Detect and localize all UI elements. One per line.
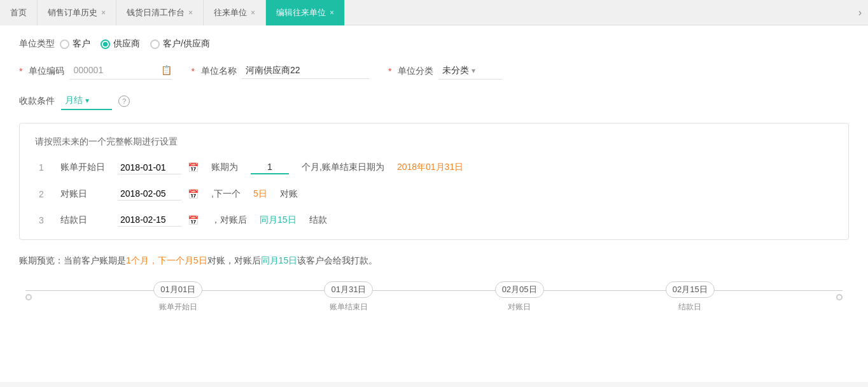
period-desc-prefix-2: ,下一个 bbox=[211, 188, 241, 200]
timeline-dot-end bbox=[836, 294, 843, 300]
period-title: 请按照未来的一个完整帐期进行设置 bbox=[35, 136, 833, 148]
timeline-label-3: 02月05日 bbox=[495, 281, 544, 298]
radio-group-unit-type: 客户 供应商 客户/供应商 bbox=[60, 38, 210, 50]
tab-scroll-arrow[interactable]: › bbox=[852, 0, 868, 25]
tab-cash-work[interactable]: 钱货日清工作台 × bbox=[116, 0, 204, 25]
timeline-spacer-3 bbox=[544, 297, 666, 297]
unit-code-label: 单位编码 bbox=[29, 66, 64, 77]
radio-circle-customer bbox=[60, 39, 69, 49]
period-field-label-3: 结款日 bbox=[60, 215, 105, 226]
period-row-2: 2 对账日 📅 ,下一个5日对账 bbox=[35, 187, 833, 201]
radio-supplier[interactable]: 供应商 bbox=[101, 38, 140, 50]
close-icon-partner[interactable]: × bbox=[251, 8, 255, 17]
unit-category-value: 未分类 bbox=[442, 65, 469, 76]
timeline-point-2: 01月31日 账单结束日 bbox=[324, 281, 373, 313]
period-row-3: 3 结款日 📅 ，对账后同月15日结款 bbox=[35, 213, 833, 227]
radio-circle-supplier bbox=[101, 39, 110, 49]
unit-name-label: 单位名称 bbox=[201, 66, 237, 77]
unit-name-field: * 单位名称 bbox=[191, 63, 368, 79]
period-middle-text-1: 账期为 bbox=[211, 162, 238, 173]
period-date-2[interactable] bbox=[118, 187, 181, 201]
radio-label-customer-supplier: 客户/供应商 bbox=[163, 38, 210, 50]
period-field-label-1: 账单开始日 bbox=[60, 162, 105, 173]
radio-label-customer: 客户 bbox=[73, 38, 90, 50]
calendar-icon-3[interactable]: 📅 bbox=[188, 215, 199, 225]
radio-circle-customer-supplier bbox=[150, 39, 160, 49]
unit-category-select[interactable]: 未分类 ▾ bbox=[438, 62, 502, 80]
tab-home[interactable]: 首页 bbox=[0, 0, 38, 25]
unit-type-row: 单位类型 客户 供应商 客户/供应商 bbox=[19, 38, 849, 50]
chevron-down-icon-payment: ▾ bbox=[85, 96, 89, 105]
payment-condition-select[interactable]: 月结 ▾ bbox=[61, 92, 112, 110]
close-icon-cash-work[interactable]: × bbox=[188, 8, 193, 17]
help-icon[interactable]: ? bbox=[118, 95, 130, 107]
unit-info-row: * 单位编码 📋 * 单位名称 * 单位分类 未分类 ▾ bbox=[19, 62, 849, 80]
period-settings-box: 请按照未来的一个完整帐期进行设置 1 账单开始日 📅 账期为 个月,账单结束日期… bbox=[19, 123, 849, 240]
radio-customer[interactable]: 客户 bbox=[60, 38, 90, 50]
preview-part2: 下一个月5日 bbox=[158, 255, 207, 265]
close-icon-sales-history[interactable]: × bbox=[101, 8, 106, 17]
unit-name-input[interactable] bbox=[242, 63, 369, 79]
main-content: 单位类型 客户 供应商 客户/供应商 * 单位编码 bbox=[0, 25, 868, 382]
timeline-caption-4: 结款日 bbox=[678, 302, 701, 313]
timeline-label-4: 02月15日 bbox=[666, 281, 715, 298]
copy-icon[interactable]: 📋 bbox=[161, 65, 172, 75]
required-star-code: * bbox=[19, 66, 22, 76]
period-desc-suffix-2: 对账 bbox=[280, 188, 298, 200]
unit-category-field: * 单位分类 未分类 ▾ bbox=[388, 62, 502, 80]
calendar-icon-2[interactable]: 📅 bbox=[188, 189, 199, 199]
timeline-line bbox=[25, 290, 843, 291]
tab-sales-history[interactable]: 销售订单历史 × bbox=[38, 0, 116, 25]
period-num-3: 3 bbox=[35, 215, 48, 225]
period-num-2: 2 bbox=[35, 189, 48, 199]
preview-part3: 同月15日 bbox=[261, 255, 298, 265]
tab-label-home: 首页 bbox=[10, 7, 27, 18]
unit-type-field: 单位类型 客户 供应商 客户/供应商 bbox=[19, 38, 210, 50]
unit-category-label: 单位分类 bbox=[398, 66, 433, 77]
period-date-1[interactable] bbox=[118, 161, 181, 174]
radio-label-supplier: 供应商 bbox=[113, 38, 140, 50]
period-desc-highlight-2: 5日 bbox=[253, 188, 267, 200]
tab-label-sales-history: 销售订单历史 bbox=[48, 7, 97, 18]
tab-label-partner: 往来单位 bbox=[214, 7, 247, 18]
chevron-down-icon-category: ▾ bbox=[472, 66, 475, 75]
timeline-spacer-0 bbox=[32, 297, 153, 297]
timeline: 01月01日 账单开始日 01月31日 账单结束日 02月05日 对账日 02月… bbox=[19, 281, 849, 313]
tab-partner[interactable]: 往来单位 × bbox=[204, 0, 266, 25]
tab-label-cash-work: 钱货日清工作台 bbox=[127, 7, 185, 18]
payment-condition-row: 收款条件 月结 ▾ ? bbox=[19, 92, 849, 110]
period-date-input-2: 📅 bbox=[118, 187, 199, 201]
tab-bar: 首页 销售订单历史 × 钱货日清工作台 × 往来单位 × 编辑往来单位 × › bbox=[0, 0, 868, 25]
timeline-label-2: 01月31日 bbox=[324, 281, 373, 298]
timeline-end-dot bbox=[836, 294, 843, 300]
period-end-date-1: 2018年01月31日 bbox=[397, 162, 463, 173]
close-icon-edit-partner[interactable]: × bbox=[330, 8, 334, 17]
timeline-point-3: 02月05日 对账日 bbox=[495, 281, 544, 313]
period-desc-suffix-3: 结款 bbox=[309, 215, 327, 226]
unit-code-input[interactable] bbox=[69, 62, 158, 78]
tab-edit-partner[interactable]: 编辑往来单位 × bbox=[266, 0, 345, 25]
preview-suffix: 该客户会给我打款。 bbox=[297, 255, 377, 265]
preview-middle: 对账，对账后 bbox=[207, 255, 261, 265]
payment-condition-value: 月结 bbox=[65, 95, 83, 106]
period-value-input[interactable] bbox=[251, 160, 289, 174]
calendar-icon-1[interactable]: 📅 bbox=[188, 162, 199, 172]
timeline-start-dot bbox=[25, 294, 32, 300]
period-row-1: 1 账单开始日 📅 账期为 个月,账单结束日期为 2018年01月31日 bbox=[35, 160, 833, 174]
tab-label-edit-partner: 编辑往来单位 bbox=[276, 7, 326, 18]
period-field-label-2: 对账日 bbox=[60, 188, 105, 200]
period-unit-1: 个月,账单结束日期为 bbox=[302, 162, 384, 173]
period-date-input-1: 📅 bbox=[118, 161, 199, 174]
required-star-name: * bbox=[191, 66, 194, 76]
period-date-3[interactable] bbox=[118, 213, 181, 227]
period-date-input-3: 📅 bbox=[118, 213, 199, 227]
timeline-dot-start bbox=[25, 294, 32, 300]
timeline-caption-3: 对账日 bbox=[508, 302, 531, 313]
required-star-category: * bbox=[388, 66, 391, 76]
timeline-point-1: 01月01日 账单开始日 bbox=[153, 281, 202, 313]
preview-prefix: 账期预览：当前客户账期是 bbox=[19, 255, 126, 265]
preview-part1: 1个月， bbox=[126, 255, 158, 265]
radio-customer-supplier[interactable]: 客户/供应商 bbox=[150, 38, 210, 50]
unit-type-label: 单位类型 bbox=[19, 38, 55, 50]
unit-code-field: * 单位编码 📋 bbox=[19, 62, 172, 80]
